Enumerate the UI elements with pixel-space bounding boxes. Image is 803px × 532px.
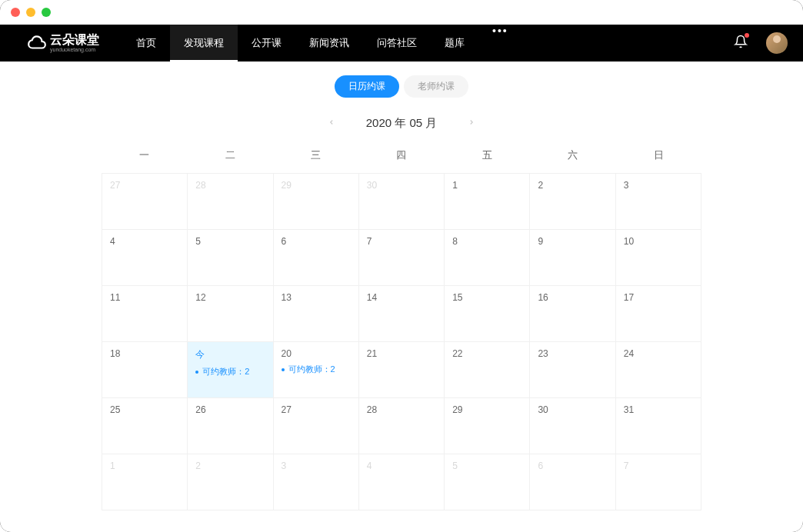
calendar-cell[interactable]: 29 xyxy=(445,398,530,454)
day-number: 9 xyxy=(538,236,607,247)
nav-item-discover-courses[interactable]: 发现课程 xyxy=(170,25,238,62)
calendar-cell[interactable]: 15 xyxy=(445,286,530,342)
available-teachers-badge[interactable]: 可约教师：2 xyxy=(282,364,351,375)
next-month-button[interactable] xyxy=(465,115,478,131)
calendar-cell[interactable]: 25 xyxy=(102,398,188,454)
calendar-cell[interactable]: 7 xyxy=(616,454,701,510)
window-frame: 云朵课堂 yunduoketang.com 首页 发现课程 公开课 新闻资讯 问… xyxy=(0,0,803,532)
calendar-cell[interactable]: 27 xyxy=(102,174,188,230)
day-number: 24 xyxy=(624,348,693,359)
calendar-cell[interactable]: 3 xyxy=(274,454,359,510)
maximize-window-button[interactable] xyxy=(42,8,51,17)
month-label: 2020 年 05 月 xyxy=(366,116,438,131)
calendar-cell[interactable]: 24 xyxy=(616,342,701,398)
calendar-cell[interactable]: 23 xyxy=(530,342,615,398)
calendar-cell[interactable]: 30 xyxy=(359,174,445,230)
calendar-cell[interactable]: 4 xyxy=(359,454,445,510)
calendar-cell[interactable]: 29 xyxy=(274,174,359,230)
calendar-cell[interactable]: 6 xyxy=(274,230,359,286)
day-number: 1 xyxy=(110,461,179,471)
available-teachers-badge[interactable]: 可约教师：2 xyxy=(195,366,265,377)
calendar-cell[interactable]: 9 xyxy=(530,230,615,286)
cloud-logo-icon xyxy=(27,33,47,53)
weekday-sun: 日 xyxy=(616,144,701,167)
calendar-cell[interactable]: 22 xyxy=(445,342,530,398)
calendar-cell[interactable]: 6 xyxy=(530,454,615,510)
calendar-cell[interactable]: 2 xyxy=(188,454,273,510)
day-number: 13 xyxy=(282,292,351,303)
day-number: 20 xyxy=(282,348,351,359)
day-number: 29 xyxy=(452,404,521,415)
calendar-cell[interactable]: 4 xyxy=(102,230,188,286)
day-number: 6 xyxy=(538,461,607,471)
day-number: 28 xyxy=(195,180,265,191)
calendar-cell[interactable]: 28 xyxy=(188,174,273,230)
calendar-cell[interactable]: 21 xyxy=(359,342,445,398)
calendar-cell[interactable]: 30 xyxy=(530,398,615,454)
notification-dot-icon xyxy=(745,33,749,38)
close-window-button[interactable] xyxy=(11,8,20,17)
day-number: 21 xyxy=(367,348,436,359)
calendar-cell[interactable]: 28 xyxy=(359,398,445,454)
titlebar xyxy=(0,0,803,25)
nav-item-question-bank[interactable]: 题库 xyxy=(431,25,478,62)
tab-calendar-booking[interactable]: 日历约课 xyxy=(335,75,399,98)
calendar-cell[interactable]: 5 xyxy=(188,230,273,286)
day-number: 27 xyxy=(282,404,351,415)
weekday-sat: 六 xyxy=(530,144,615,167)
calendar-cell[interactable]: 5 xyxy=(445,454,530,510)
day-number: 5 xyxy=(452,461,521,471)
prev-month-button[interactable] xyxy=(325,115,338,131)
nav-item-home[interactable]: 首页 xyxy=(122,25,170,62)
day-number: 31 xyxy=(624,404,693,415)
calendar-cell[interactable]: 10 xyxy=(616,230,701,286)
day-number: 17 xyxy=(624,292,693,303)
minimize-window-button[interactable] xyxy=(26,8,35,17)
day-number: 1 xyxy=(452,180,521,191)
day-number: 25 xyxy=(110,404,179,415)
day-number: 30 xyxy=(538,404,607,415)
nav-right xyxy=(734,32,788,54)
logo[interactable]: 云朵课堂 yunduoketang.com xyxy=(27,33,99,53)
calendar-cell[interactable]: 今可约教师：2 xyxy=(188,342,273,398)
calendar-cell[interactable]: 8 xyxy=(445,230,530,286)
nav-more-button[interactable]: ••• xyxy=(478,25,522,62)
calendar-cell[interactable]: 13 xyxy=(274,286,359,342)
calendar-cell[interactable]: 26 xyxy=(188,398,273,454)
calendar-cell[interactable]: 12 xyxy=(188,286,273,342)
nav-item-qa[interactable]: 问答社区 xyxy=(363,25,431,62)
calendar-cell[interactable]: 11 xyxy=(102,286,188,342)
calendar-cell[interactable]: 18 xyxy=(102,342,188,398)
calendar: 一 二 三 四 五 六 日 27282930123456789101112131… xyxy=(102,144,701,510)
nav-items: 首页 发现课程 公开课 新闻资讯 问答社区 题库 ••• xyxy=(122,25,522,62)
calendar-cell[interactable]: 1 xyxy=(445,174,530,230)
content: 日历约课 老师约课 2020 年 05 月 一 二 三 四 五 六 日 2728… xyxy=(0,62,803,532)
weekday-tue: 二 xyxy=(187,144,272,167)
day-number: 16 xyxy=(538,292,607,303)
day-number: 2 xyxy=(195,461,265,471)
calendar-cell[interactable]: 1 xyxy=(102,454,188,510)
day-number: 22 xyxy=(452,348,521,359)
calendar-cell[interactable]: 31 xyxy=(616,398,701,454)
nav-item-open-class[interactable]: 公开课 xyxy=(238,25,295,62)
logo-main-text: 云朵课堂 xyxy=(50,34,99,46)
calendar-cell[interactable]: 3 xyxy=(616,174,701,230)
navbar: 云朵课堂 yunduoketang.com 首页 发现课程 公开课 新闻资讯 问… xyxy=(0,25,803,62)
calendar-cell[interactable]: 17 xyxy=(616,286,701,342)
day-number: 27 xyxy=(110,180,179,191)
calendar-cell[interactable]: 27 xyxy=(274,398,359,454)
calendar-cell[interactable]: 20可约教师：2 xyxy=(274,342,359,398)
calendar-cell[interactable]: 14 xyxy=(359,286,445,342)
calendar-cell[interactable]: 16 xyxy=(530,286,615,342)
day-number: 8 xyxy=(452,236,521,247)
nav-item-news[interactable]: 新闻资讯 xyxy=(295,25,363,62)
calendar-cell[interactable]: 7 xyxy=(359,230,445,286)
calendar-cell[interactable]: 2 xyxy=(530,174,615,230)
tab-teacher-booking[interactable]: 老师约课 xyxy=(404,75,468,98)
weekday-thu: 四 xyxy=(358,144,444,167)
day-number: 3 xyxy=(282,461,351,471)
day-number: 15 xyxy=(452,292,521,303)
notifications-button[interactable] xyxy=(734,35,748,52)
user-avatar[interactable] xyxy=(766,32,788,54)
logo-sub-text: yunduoketang.com xyxy=(50,47,99,52)
